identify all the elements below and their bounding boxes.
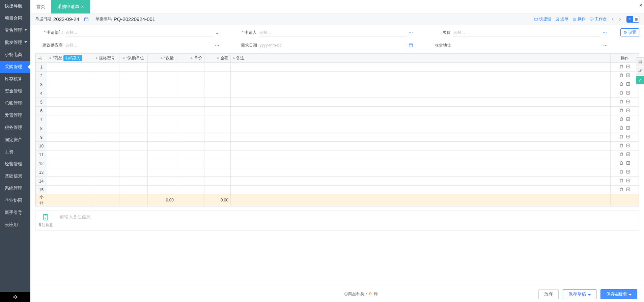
table-row[interactable]: 10 <box>36 142 639 150</box>
sidebar-item-gl[interactable]: 总账管理 <box>0 97 30 109</box>
delete-icon[interactable] <box>619 90 624 95</box>
save-draft-button[interactable]: 保存草稿 <box>563 289 596 299</box>
more-icon[interactable]: ⋯ <box>603 43 608 48</box>
sidebar-item-ecommerce[interactable]: 小畅电商 <box>0 49 30 61</box>
sidebar-settings[interactable] <box>0 292 30 302</box>
add-row-icon[interactable] <box>626 161 631 165</box>
scan-button[interactable]: 扫码录入 <box>63 55 82 61</box>
delete-icon[interactable] <box>619 134 624 139</box>
more-icon[interactable]: ⋯ <box>215 43 219 48</box>
delete-icon[interactable] <box>619 178 624 183</box>
close-icon[interactable]: × <box>81 4 84 9</box>
ship-addr-input[interactable] <box>454 41 601 49</box>
list-link[interactable]: 选单 <box>555 16 568 22</box>
discard-button[interactable]: 放弃 <box>538 289 559 299</box>
table-row[interactable]: 5 <box>36 98 639 107</box>
delete-icon[interactable] <box>619 187 624 192</box>
tab-home[interactable]: 首页 <box>30 0 51 13</box>
col-amount[interactable]: 金额 <box>204 54 231 63</box>
calendar-icon[interactable] <box>84 17 89 22</box>
sidebar-item-tax[interactable]: 税务管理 <box>0 121 30 134</box>
sidebar-item-retail[interactable]: 零售管理 <box>0 24 30 36</box>
page-close[interactable]: × <box>639 2 643 9</box>
sidebar-item-system[interactable]: 系统管理 <box>0 182 30 194</box>
table-row[interactable]: 6 <box>36 107 639 115</box>
sidebar-item-collab[interactable]: 企业协同 <box>0 194 30 207</box>
tab-purchase-request[interactable]: 采购申请单× <box>51 0 90 13</box>
delete-icon[interactable] <box>619 82 624 86</box>
sort-icon[interactable] <box>161 57 163 59</box>
delete-icon[interactable] <box>619 152 624 157</box>
need-date-input[interactable] <box>260 41 407 49</box>
col-product[interactable]: *商品 扫码录入 <box>47 54 91 63</box>
col-price[interactable]: 单价 <box>176 54 204 63</box>
add-row-icon[interactable] <box>626 126 631 130</box>
sidebar-item-operations[interactable]: 经营管理 <box>0 158 30 170</box>
add-row-icon[interactable] <box>626 143 631 148</box>
add-row-icon[interactable] <box>626 187 631 192</box>
tool-expand[interactable]: ⤢ <box>636 76 644 84</box>
add-row-icon[interactable] <box>626 117 631 121</box>
sidebar-item-wholesale[interactable]: 批发管理 <box>0 36 30 49</box>
sidebar-item-invoice[interactable]: 发票管理 <box>0 109 30 121</box>
add-row-icon[interactable] <box>626 82 631 86</box>
add-row-icon[interactable] <box>626 108 631 113</box>
sort-icon[interactable] <box>191 57 193 59</box>
more-icon[interactable]: ⋯ <box>409 30 413 35</box>
sidebar-item-assets[interactable]: 固定资产 <box>0 134 30 146</box>
add-row-icon[interactable] <box>626 90 631 95</box>
table-row[interactable]: 9 <box>36 133 639 142</box>
ops-link[interactable]: 操作 <box>572 16 586 22</box>
col-spec[interactable]: 规格型号 <box>91 54 119 63</box>
add-row-icon[interactable] <box>626 99 631 104</box>
delete-icon[interactable] <box>619 143 624 148</box>
sidebar-item-salary[interactable]: 工资 <box>0 146 30 158</box>
sidebar-item-basedata[interactable]: 基础信息 <box>0 170 30 182</box>
tool-attach[interactable]: 🖇 <box>636 67 644 75</box>
sidebar-item-purchase[interactable]: 采购管理 <box>0 61 30 73</box>
add-row-icon[interactable] <box>626 64 631 69</box>
table-row[interactable]: 12 <box>36 159 639 168</box>
sort-icon[interactable] <box>217 57 220 59</box>
remark-input[interactable] <box>56 211 639 223</box>
add-row-icon[interactable] <box>626 152 631 157</box>
bench-link[interactable]: 工作台 <box>590 16 607 22</box>
save-new-button[interactable]: 保存&新增 <box>600 289 637 299</box>
table-row[interactable]: 15 <box>36 186 639 194</box>
supplier-input[interactable] <box>65 41 213 49</box>
col-note[interactable]: 备注 <box>231 54 611 63</box>
config-header[interactable] <box>36 54 47 63</box>
shortcut-link[interactable]: 快捷键 <box>534 16 551 22</box>
table-row[interactable]: 13 <box>36 168 639 177</box>
sort-icon[interactable] <box>233 57 235 59</box>
col-unit[interactable]: *采购单位 <box>119 54 148 63</box>
view-grid[interactable]: ▦ <box>633 16 639 22</box>
table-row[interactable]: 11 <box>36 150 639 159</box>
next-icon[interactable] <box>618 17 622 22</box>
add-row-icon[interactable] <box>626 134 631 139</box>
add-row-icon[interactable] <box>626 169 631 174</box>
delete-icon[interactable] <box>619 126 624 130</box>
view-list[interactable]: ≡ <box>627 16 633 22</box>
col-qty[interactable]: *数量 <box>148 54 176 63</box>
settings-button[interactable]: ⚙ 设置 <box>620 28 639 36</box>
delete-icon[interactable] <box>619 117 624 121</box>
sidebar-item-funds[interactable]: 资金管理 <box>0 85 30 97</box>
tool-1[interactable]: ▤ <box>636 57 644 65</box>
project-input[interactable] <box>453 28 600 36</box>
sidebar-item-guide[interactable]: 新手引导 <box>0 207 30 219</box>
sort-icon[interactable] <box>49 57 52 59</box>
more-icon[interactable]: ⋯ <box>603 30 607 35</box>
table-row[interactable]: 1 <box>36 63 639 72</box>
sidebar-item-contract[interactable]: 项目合同 <box>0 12 30 24</box>
table-row[interactable]: 3 <box>36 80 639 89</box>
applicant-input[interactable] <box>259 28 407 36</box>
sidebar-item-cloud[interactable]: 云应用 <box>0 219 30 231</box>
sidebar-item-inventory[interactable]: 库存核算 <box>0 73 30 85</box>
chevron-down-icon[interactable]: ⌄ <box>215 30 219 35</box>
table-row[interactable]: 7 <box>36 115 639 124</box>
delete-icon[interactable] <box>619 64 624 69</box>
add-row-icon[interactable] <box>626 178 631 183</box>
sort-icon[interactable] <box>95 57 98 59</box>
delete-icon[interactable] <box>619 73 624 78</box>
